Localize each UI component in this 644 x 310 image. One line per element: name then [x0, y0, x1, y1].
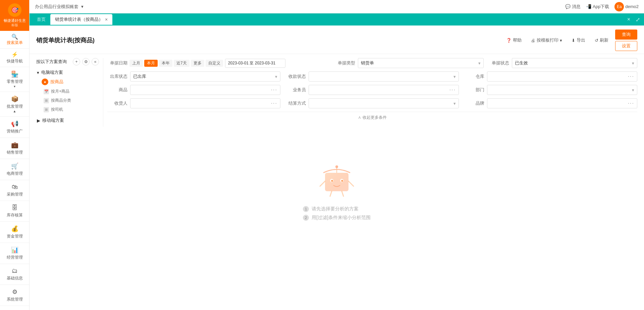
bill-type-value: 销货单 — [361, 60, 374, 66]
date-pill-more[interactable]: 更多 — [191, 60, 204, 67]
sidebar-item-retail[interactable]: 🏪 零售管理 ▾ — [0, 67, 29, 92]
date-pill-custom[interactable]: 自定义 — [206, 60, 223, 67]
operation-icon: 📊 — [11, 246, 18, 254]
finance-label: 资金管理 — [7, 234, 23, 239]
tab-home[interactable]: 首页 — [32, 14, 50, 25]
payment-input[interactable]: ▾ — [309, 98, 459, 108]
goods-label: 商品 — [107, 87, 127, 93]
scheme-item-by-driver[interactable]: ⊞ 按司机 — [36, 105, 99, 114]
brand-input[interactable]: ··· — [487, 98, 637, 108]
sidebar: 🎯 畅捷通好生意 标版 🔍 搜索菜单 ⚡ 快捷导航 🏪 零售管理 ▾ 📦 批发管… — [0, 0, 30, 310]
tab-active-label: 销货单统计表（按商品） — [55, 16, 103, 22]
filter-bill-type-field: 单据类型 销货单 ▾ — [335, 58, 483, 68]
user-btn[interactable]: Ea demo2 — [614, 2, 639, 11]
sidebar-item-marketing[interactable]: 📢 营销推广 — [0, 117, 29, 138]
scheme-settings-btn[interactable]: ⚙ — [82, 58, 90, 65]
query-btn[interactable]: 查询 — [615, 30, 637, 40]
date-pill-7days[interactable]: 近7天 — [174, 60, 190, 67]
settings-btn[interactable]: 设置 — [615, 41, 637, 51]
pc-group-label: 电脑端方案 — [41, 69, 63, 75]
sidebar-item-purchase[interactable]: 🛍 采购管理 — [0, 180, 29, 201]
print-arrow: ▾ — [560, 38, 562, 43]
filter-brand-field: 品牌 ··· — [464, 98, 637, 108]
bill-status-value: 已生效 — [515, 60, 528, 66]
export-btn[interactable]: ⬇ 导出 — [569, 36, 588, 45]
industry-dropdown-icon[interactable]: ▾ — [81, 4, 84, 9]
scheme-group-mobile-header[interactable]: ▶ 移动端方案 — [36, 116, 99, 125]
win-close-btn[interactable]: × — [626, 16, 632, 23]
scheme-item-by-goods[interactable]: ● 按商品 — [36, 77, 99, 87]
dept-arrow: ▾ — [632, 88, 634, 93]
sidebar-item-operation[interactable]: 📊 经营管理 — [0, 243, 29, 264]
date-pill-this-year[interactable]: 本年 — [159, 60, 172, 67]
svg-line-5 — [320, 181, 325, 186]
search-icon: 🔍 — [11, 34, 18, 40]
refresh-label: 刷新 — [600, 37, 608, 43]
sidebar-item-basic[interactable]: 🗂 基础信息 — [0, 264, 29, 285]
salesperson-input[interactable]: ··· — [309, 85, 459, 95]
scheme-item-by-month-goods[interactable]: 📅 按月+商品 — [36, 87, 99, 96]
tab-active[interactable]: 销货单统计表（按商品） × — [50, 14, 112, 25]
bill-status-arrow: ▾ — [632, 61, 634, 66]
tab-close-icon[interactable]: × — [105, 17, 108, 22]
sidebar-item-ecom[interactable]: 🛒 电商管理 — [0, 159, 29, 180]
scheme-add-btn[interactable]: + — [73, 58, 80, 65]
sidebar-item-inventory[interactable]: 🗄 库存核算 — [0, 201, 29, 222]
filter-row-4: 收货人 ··· 结算方式 ▾ 品牌 — [107, 98, 637, 108]
sidebar-item-enterprise[interactable]: 🤝 企业协同 — [0, 306, 29, 310]
tab-bar-right: × ⤢ — [626, 16, 641, 23]
page-title-bar: 销货单统计表(按商品) ❓ 帮助 🖨 按模板打印 ▾ ⬇ 导出 ↺ 刷新 — [30, 25, 644, 54]
win-restore-btn[interactable]: ⤢ — [634, 16, 641, 23]
sidebar-item-sales[interactable]: 💼 销售管理 — [0, 138, 29, 159]
message-btn[interactable]: 💬 消息 — [565, 4, 581, 10]
out-status-input[interactable]: 已出库 ▾ — [130, 71, 280, 82]
user-name: demo2 — [625, 4, 639, 9]
warehouse-input[interactable]: ··· — [487, 71, 637, 82]
filter-goods-field: 商品 ··· — [107, 85, 280, 95]
scheme-panel-header: 按以下方案查询 + ⚙ « — [36, 58, 99, 65]
scheme-collapse-btn[interactable]: « — [92, 58, 99, 65]
scheme-goods-label: 按商品 — [50, 79, 63, 85]
empty-tips: 1 请先选择要分析的方案 2 用[过滤]条件来缩小分析范围 — [303, 206, 371, 223]
date-pill-this-month[interactable]: 本月 — [144, 60, 158, 67]
sub-icon-table: ⊞ — [44, 98, 49, 103]
date-pill-last-month[interactable]: 上月 — [129, 60, 143, 67]
scheme-group-pc-header[interactable]: ▾ 电脑端方案 — [36, 68, 99, 77]
mobile-group-label: 移动端方案 — [42, 117, 64, 123]
bill-type-label: 单据类型 — [335, 60, 355, 66]
sidebar-item-system[interactable]: ⚙ 系统管理 — [0, 285, 29, 306]
sidebar-item-wholesale[interactable]: 📦 批发管理 ▲ — [0, 92, 29, 117]
tip-text-1: 请先选择要分析的方案 — [312, 206, 359, 212]
scheme-item-by-category[interactable]: ⊞ 按商品分类 — [36, 96, 99, 105]
refresh-btn[interactable]: ↺ 刷新 — [592, 36, 611, 45]
dept-input[interactable]: ▾ — [487, 85, 637, 95]
dept-label: 部门 — [464, 87, 484, 93]
bill-type-input[interactable]: 销货单 ▾ — [358, 58, 483, 68]
svg-line-6 — [348, 181, 354, 186]
print-btn[interactable]: 🖨 按模板打印 ▾ — [528, 36, 565, 45]
header-left: 办公用品行业模拟账套 ▾ — [35, 4, 84, 10]
sub-icon-driver: ⊞ — [44, 107, 49, 112]
basic-label: 基础信息 — [7, 275, 23, 281]
collapse-btn[interactable]: ∧ 收起更多条件 — [107, 112, 637, 123]
sidebar-quick-nav[interactable]: ⚡ 快捷导航 — [0, 49, 29, 67]
help-btn[interactable]: ❓ 帮助 — [503, 36, 524, 45]
warehouse-dots: ··· — [628, 73, 634, 80]
sidebar-item-finance[interactable]: 💰 资金管理 — [0, 222, 29, 243]
salesperson-label: 业务员 — [286, 87, 306, 93]
app-download-btn[interactable]: 📲 App下载 — [586, 4, 609, 10]
consignee-input[interactable]: ··· — [130, 98, 280, 108]
out-status-label: 出库状态 — [107, 73, 127, 80]
pc-group-arrow: ▾ — [37, 70, 39, 75]
date-range-input[interactable]: 2023-03-01 至 2023-03-31 — [225, 59, 285, 68]
tab-bar: 首页 销货单统计表（按商品） × × ⤢ — [30, 13, 644, 25]
purchase-label: 采购管理 — [7, 192, 23, 197]
retail-icon: 🏪 — [11, 70, 18, 78]
page-title: 销货单统计表(按商品) — [36, 36, 95, 44]
goods-input[interactable]: ··· — [130, 85, 280, 95]
bill-status-input[interactable]: 已生效 ▾ — [512, 58, 637, 68]
sidebar-search[interactable]: 🔍 搜索菜单 — [0, 31, 29, 49]
receipt-status-input[interactable]: ▾ — [309, 71, 459, 82]
out-status-value: 已出库 — [133, 73, 146, 80]
message-label: 消息 — [572, 4, 581, 10]
